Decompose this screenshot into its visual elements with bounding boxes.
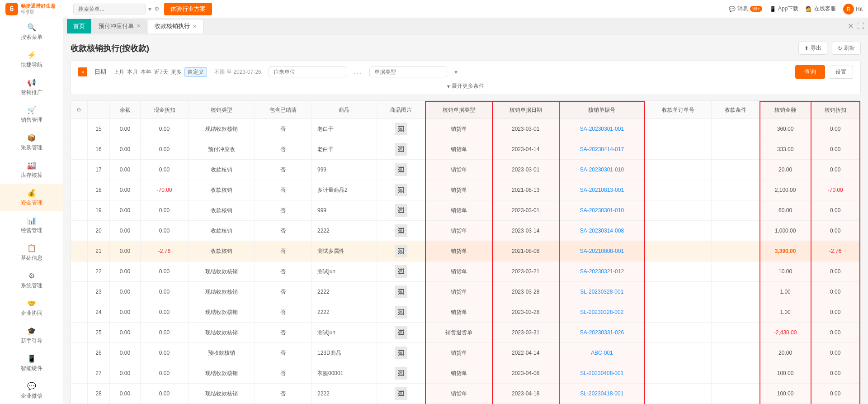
row-bill-no[interactable]: SA-20230301-010 [559,160,645,180]
industry-solution-button[interactable]: 体验行业方案 [164,3,212,15]
top-bar: 6 畅捷通谱好生意 标准版 ▾ ⚙ 体验行业方案 💬 消息 99+ 📱 App下… [0,0,868,18]
table-row[interactable]: 27 0.00 0.00 现结收款核销 否 衣服00001 🖼 销货单 2023… [71,363,860,384]
row-bill-no[interactable]: SL-20230418-001 [559,384,645,404]
row-bill-no[interactable]: SL-20230328-002 [559,302,645,323]
table-row[interactable]: 18 0.00 -70.00 收款核销 否 多计量商品2 🖼 销货单 2021-… [71,180,860,200]
table-row[interactable]: 24 0.00 0.00 现结收款核销 否 2222 🖼 销货单 2023-03… [71,302,860,323]
tab-prepay[interactable]: 预付冲应付单 ✕ [92,19,147,33]
row-bill-no[interactable]: SA-20230331-026 [559,323,645,343]
sidebar-item-corp[interactable]: 🤝 企业协同 [0,294,63,322]
query-button[interactable]: 查询 [795,65,825,79]
sidebar-item-purchase[interactable]: 📦 采购管理 [0,128,63,156]
sidebar-item-system[interactable]: ⚙ 系统管理 [0,266,63,294]
row-bill-no[interactable]: SA-20230321-012 [559,261,645,282]
table-scroll-area[interactable]: ⚙ 余额 现金折扣 核销类型 包含已结清 商品 商品图片 核销单据类型 核销单据… [71,101,860,404]
gear-icon[interactable]: ⚙ [154,5,160,12]
sidebar-item-marketing[interactable]: 📢 营销推广 [0,73,63,101]
table-row[interactable]: 20 0.00 0.00 收款核销 否 2222 🖼 销货单 2023-03-1… [71,221,860,241]
system-icon: ⚙ [27,271,36,280]
table-row[interactable]: 23 0.00 0.00 现结收款核销 否 2222 🖼 销货单 2023-03… [71,282,860,302]
table-row[interactable]: 21 0.00 -2.76 收款核销 否 测试多属性 🖼 销货单 2021-08… [71,241,860,261]
chevron-down-icon[interactable]: ▾ [148,5,151,13]
table-row[interactable]: 15 0.00 0.00 现结收款核销 否 老白干 🖼 销货单 2023-03-… [71,119,860,139]
row-bill-no[interactable]: SA-20230314-008 [559,221,645,241]
date-option-7days[interactable]: 近7天 [154,68,168,76]
sidebar-item-operation[interactable]: 📊 经营管理 [0,211,63,239]
table-row[interactable]: 16 0.00 0.00 预付冲应收 否 老白干 🖼 销货单 2023-04-1… [71,139,860,160]
sidebar-item-newbie[interactable]: 🎓 新手引导 [0,322,63,349]
user-avatar[interactable]: R Rit [843,4,863,14]
row-writeoff-discount: -70.00 [811,180,860,200]
row-cash-discount: 0.00 [140,363,189,384]
sidebar-item-label: 销售管理 [21,116,42,124]
message-button[interactable]: 💬 消息 99+ [729,5,762,13]
app-download-button[interactable]: 📱 App下载 [769,5,798,13]
sidebar-item-sales[interactable]: 🛒 销售管理 [0,101,63,128]
sidebar-item-inventory[interactable]: 🏭 库存核算 [0,156,63,184]
row-bill-no[interactable]: ABC-001 [559,343,645,363]
row-goods: 2222 [311,302,377,323]
date-option-this-month[interactable]: 本月 [127,68,138,76]
filter-expand-button[interactable]: » [78,67,87,76]
search-input[interactable] [73,4,146,14]
date-range-display: 不限 至 2023-07-26 [214,68,261,76]
expand-more-conditions[interactable]: ▾ 展开更多条件 [78,79,853,90]
row-bill-no[interactable]: SA-20230414-017 [559,139,645,160]
sidebar-item-search[interactable]: 🔍 搜索菜单 [0,18,63,46]
row-balance: 0.00 [110,363,140,384]
tab-receipt-writeoff[interactable]: 收款核销执行 ✕ [148,19,203,33]
date-option-this-year[interactable]: 本年 [141,68,151,76]
sidebar-item-base-info[interactable]: 📋 基础信息 [0,239,63,266]
table-row[interactable]: 19 0.00 0.00 收款核销 否 999 🖼 销货单 2023-03-01… [71,200,860,221]
sidebar-item-smart-hw[interactable]: 📱 智能硬件 [0,349,63,377]
row-bill-no[interactable]: SA-20230301-010 [559,200,645,221]
row-gear [71,139,87,160]
maximize-icon[interactable]: ⛶ [857,22,864,30]
date-custom-button[interactable]: 自定义 [184,67,207,77]
date-option-more[interactable]: 更多 [171,68,182,76]
online-support-button[interactable]: 💁 在线客服 [806,5,836,13]
sidebar-item-quick-nav[interactable]: ⚡ 快捷导航 [0,46,63,73]
row-bill-type: 销货单 [425,139,492,160]
refresh-button[interactable]: ↻ 刷新 [832,42,861,55]
table-row[interactable]: 26 0.00 0.00 预收款核销 否 123D商品 🖼 销货单 2022-0… [71,343,860,363]
gear-col-icon[interactable]: ⚙ [75,105,83,115]
row-gear [71,282,87,302]
row-included-settled: 否 [255,119,311,139]
receipt-type-dropdown-icon[interactable]: ▾ [454,68,458,76]
table-row[interactable]: 28 0.00 0.00 现结收款核销 否 2222 🖼 销货单 2023-04… [71,384,860,404]
search-icon: 🔍 [27,23,36,32]
row-bill-no[interactable]: SA-20210808-001 [559,241,645,261]
partner-more-icon[interactable]: ... [354,68,362,76]
row-bill-no[interactable]: SL-20230328-001 [559,282,645,302]
row-receipt-condition [711,363,760,384]
row-cash-discount: 0.00 [140,200,189,221]
row-bill-no[interactable]: SA-20230301-001 [559,119,645,139]
tab-prepay-close[interactable]: ✕ [137,23,141,29]
row-balance: 0.00 [110,139,140,160]
row-index: 25 [87,323,110,343]
sidebar-item-finance[interactable]: 💰 资金管理 [0,184,63,211]
row-bill-no[interactable]: SA-20210813-001 [559,180,645,200]
row-bill-no[interactable]: SL-20230408-001 [559,363,645,384]
sidebar-item-wechat[interactable]: 💬 企业微信 [0,377,63,404]
receipt-type-input[interactable] [369,67,447,77]
row-writeoff-amount: 3,390.00 [760,241,811,261]
row-receipt-condition [711,221,760,241]
row-balance: 0.00 [110,221,140,241]
date-option-last-month[interactable]: 上月 [113,68,124,76]
col-included-settled: 包含已结清 [255,101,311,119]
partner-input[interactable] [269,67,346,77]
refresh-icon: ↻ [838,45,842,52]
row-goods-img: 🖼 [377,160,425,180]
row-gear [71,302,87,323]
close-tab-icon[interactable]: ✕ [848,22,854,30]
tab-receipt-writeoff-close[interactable]: ✕ [193,24,197,29]
tab-home[interactable]: 首页 [67,19,91,33]
export-button[interactable]: ⬆ 导出 [798,42,827,55]
table-row[interactable]: 25 0.00 0.00 现结收款核销 否 测试jun 🖼 销货退货单 2023… [71,323,860,343]
row-writeoff-type: 现结收款核销 [189,302,255,323]
table-row[interactable]: 17 0.00 0.00 收款核销 否 999 🖼 销货单 2023-03-01… [71,160,860,180]
table-row[interactable]: 22 0.00 0.00 现结收款核销 否 测试jun 🖼 销货单 2023-0… [71,261,860,282]
setting-button[interactable]: 设置 [829,66,853,79]
